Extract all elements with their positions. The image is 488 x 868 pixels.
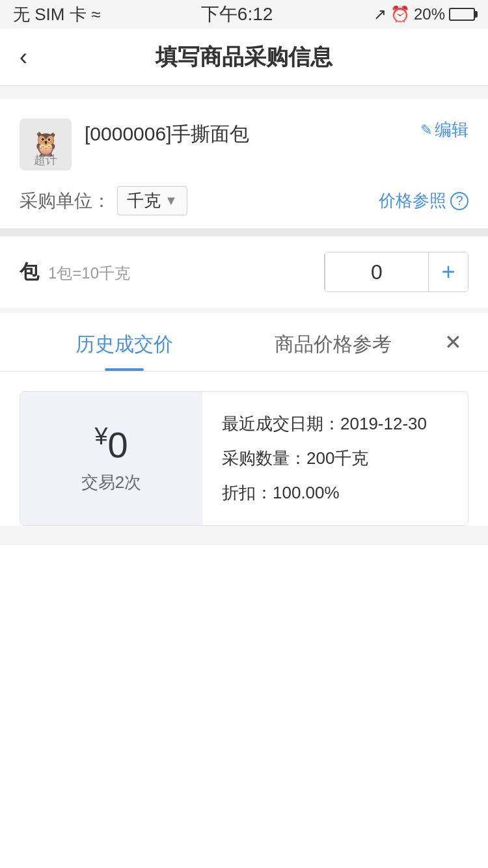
price-date-label: 最近成交日期： <box>222 414 340 433</box>
page-title: 填写商品采购信息 <box>156 42 332 72</box>
price-main-value: ¥0 <box>94 423 128 466</box>
product-thumbnail: 🦉 超计 <box>20 118 72 170</box>
quantity-increment-button[interactable]: + <box>429 252 468 292</box>
dropdown-arrow-icon: ▼ <box>165 193 178 208</box>
edit-icon: ✎ <box>420 122 432 139</box>
quantity-row: 包 1包=10千克 + <box>0 236 488 308</box>
unit-value: 千克 <box>127 189 161 212</box>
nav-bar: ‹ 填写商品采购信息 <box>0 29 488 86</box>
product-title: 手撕面包 <box>171 123 249 144</box>
quantity-input[interactable] <box>325 252 429 292</box>
product-thumbnail-label: 超计 <box>20 152 72 168</box>
status-right: ↗ ⏰ 20% <box>373 5 475 23</box>
price-discount-label: 折扣： <box>222 483 273 502</box>
price-ref-label: 价格参照 <box>379 189 446 212</box>
product-left: 🦉 超计 [0000006]手撕面包 <box>20 118 249 170</box>
section-divider <box>0 228 488 236</box>
status-time: 下午6:12 <box>201 2 273 27</box>
back-button[interactable]: ‹ <box>20 46 27 69</box>
price-date-value: 2019-12-30 <box>340 414 427 433</box>
product-section: 🦉 超计 [0000006]手撕面包 ✎ 编辑 采购单位： 千克 ▼ 价格参照 … <box>0 99 488 228</box>
tab-history-price[interactable]: 历史成交价 <box>20 313 229 371</box>
unit-label: 采购单位： <box>20 189 111 213</box>
quantity-unit-info: 包 1包=10千克 <box>20 259 130 286</box>
product-edit-button[interactable]: ✎ 编辑 <box>420 118 468 141</box>
price-detail-date: 最近成交日期：2019-12-30 <box>222 411 448 437</box>
product-header: 🦉 超计 [0000006]手撕面包 ✎ 编辑 <box>20 118 468 170</box>
alarm-icon: ⏰ <box>390 5 410 23</box>
product-id: [0000006] <box>85 123 171 144</box>
price-detail-discount: 折扣：100.00% <box>222 480 448 506</box>
product-unit-row: 采购单位： 千克 ▼ 价格参照 ? <box>20 186 468 215</box>
status-left: 无 SIM 卡 ≈ <box>13 3 100 26</box>
status-bar: 无 SIM 卡 ≈ 下午6:12 ↗ ⏰ 20% <box>0 0 488 29</box>
price-currency: ¥ <box>94 423 107 450</box>
unit-selector: 采购单位： 千克 ▼ <box>20 186 187 215</box>
edit-label: 编辑 <box>435 118 468 141</box>
product-name-container: [0000006]手撕面包 <box>85 118 249 148</box>
price-ref-help-icon: ? <box>450 192 468 210</box>
quantity-unit-main: 包 <box>20 259 39 286</box>
price-qty-label: 采购数量： <box>222 448 306 468</box>
sim-signal-text: 无 SIM 卡 ≈ <box>13 3 100 26</box>
tabs-header: 历史成交价 商品价格参考 ✕ <box>0 313 488 372</box>
battery-icon <box>449 8 475 21</box>
price-card-right: 最近成交日期：2019-12-30 采购数量：200千克 折扣：100.00% <box>202 392 468 525</box>
bottom-space <box>0 545 488 868</box>
tab-price-reference[interactable]: 商品价格参考 <box>229 313 439 371</box>
battery-percentage: 20% <box>414 5 445 23</box>
price-card-left: ¥0 交易2次 <box>20 392 202 525</box>
quantity-input-group: + <box>324 252 468 292</box>
price-number: 0 <box>107 424 128 465</box>
location-icon: ↗ <box>373 5 386 23</box>
quantity-unit-sub: 1包=10千克 <box>48 263 130 284</box>
product-name: [0000006]手撕面包 <box>85 121 249 148</box>
unit-dropdown[interactable]: 千克 ▼ <box>117 186 187 215</box>
tabs-section: 历史成交价 商品价格参考 ✕ ¥0 交易2次 最近成交日期：2019-12-30… <box>0 313 488 526</box>
tab-close-button[interactable]: ✕ <box>438 330 468 355</box>
price-ref-button[interactable]: 价格参照 ? <box>379 189 468 212</box>
price-qty-value: 200千克 <box>306 448 368 468</box>
price-tx-count: 交易2次 <box>81 471 141 494</box>
price-discount-value: 100.00% <box>273 483 340 502</box>
price-card: ¥0 交易2次 最近成交日期：2019-12-30 采购数量：200千克 折扣：… <box>20 391 468 526</box>
price-detail-qty: 采购数量：200千克 <box>222 446 448 471</box>
